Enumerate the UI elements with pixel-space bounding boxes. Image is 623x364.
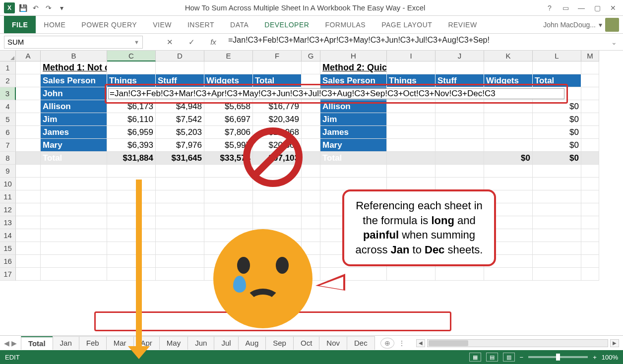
cell[interactable] [302,229,320,242]
tab-power-query[interactable]: POWER QUERY [73,16,145,33]
zoom-slider[interactable] [528,356,588,358]
cell[interactable] [107,178,156,190]
tab-view[interactable]: VIEW [145,16,180,33]
cell[interactable] [16,165,41,178]
insert-function-icon[interactable]: fx [204,36,222,49]
cell[interactable] [581,165,599,178]
cell[interactable] [387,152,436,165]
row-header-4[interactable]: 4 [0,100,16,113]
cell[interactable] [204,203,253,216]
person-name[interactable]: Mary [320,139,387,152]
cell[interactable]: Total [41,152,107,165]
cell[interactable]: Total [253,74,302,87]
row-header-17[interactable]: 17 [0,268,16,281]
sheet-tab-oct[interactable]: Oct [293,336,319,350]
cell[interactable]: $4,948 [156,100,204,113]
cell[interactable] [302,178,320,190]
tab-file[interactable]: FILE [4,16,36,33]
row-header-15[interactable]: 15 [0,242,16,255]
cell[interactable] [16,190,41,203]
cell[interactable] [107,190,156,203]
horizontal-scrollbar[interactable]: ◀ ▶ [416,339,619,347]
cell[interactable]: Widgets [484,74,533,87]
page-break-view-icon[interactable]: ▥ [503,353,515,362]
close-icon[interactable]: ✕ [607,3,619,13]
cell[interactable] [16,74,41,87]
cell[interactable] [41,268,107,281]
cell[interactable] [107,255,156,268]
cell[interactable] [16,100,41,113]
cell[interactable] [581,126,599,139]
cell[interactable]: $6,393 [107,139,156,152]
sheet-tab-aug[interactable]: Aug [238,336,266,350]
tab-data[interactable]: DATA [222,16,256,33]
cell[interactable]: $5,658 [204,100,253,113]
cell[interactable]: Total [533,74,581,87]
cell[interactable] [581,152,599,165]
cell[interactable] [16,139,41,152]
cell[interactable] [302,100,320,113]
method2-title[interactable]: Method 2: Quick and easy [320,61,387,74]
column-header-M[interactable]: M [581,51,599,61]
row-header-3[interactable]: 3 [0,87,16,100]
cell[interactable] [156,268,204,281]
cell[interactable] [41,203,107,216]
qat-dropdown-icon[interactable]: ▾ [57,3,66,13]
cell[interactable] [204,61,253,74]
cell[interactable] [253,61,302,74]
cell[interactable]: $0 [533,152,581,165]
tab-nav-arrows[interactable]: ◀ ▶ [4,339,21,347]
save-icon[interactable]: 💾 [18,3,28,13]
row-total[interactable]: $0 [533,113,581,126]
row-total[interactable]: $0 [533,126,581,139]
tab-insert[interactable]: INSERT [180,16,222,33]
tab-review[interactable]: REVIEW [440,16,485,33]
cell[interactable]: Stuff [436,74,484,87]
scroll-left-button[interactable]: ◀ [416,339,425,347]
new-sheet-button[interactable]: ⊕ [380,338,394,349]
cell[interactable] [581,216,599,229]
cell[interactable] [581,268,599,281]
cell[interactable] [16,178,41,190]
row-header-5[interactable]: 5 [0,113,16,126]
page-layout-view-icon[interactable]: ▤ [486,353,498,362]
cell[interactable] [16,61,41,74]
cell[interactable] [484,139,533,152]
cell[interactable] [387,126,436,139]
row-total[interactable]: $0 [533,139,581,152]
expand-formula-bar-icon[interactable]: ⌄ [609,38,619,46]
cell[interactable] [107,268,156,281]
cell[interactable] [156,255,204,268]
sheet-tab-sep[interactable]: Sep [265,336,294,350]
cell[interactable] [156,61,204,74]
cell[interactable] [16,87,41,100]
cell[interactable] [581,87,599,100]
row-header-16[interactable]: 16 [0,255,16,268]
row-header-7[interactable]: 7 [0,139,16,152]
cell[interactable]: $7,976 [156,139,204,152]
cell[interactable] [320,165,387,178]
cell[interactable] [302,216,320,229]
cell[interactable] [533,61,581,74]
cell[interactable] [253,190,302,203]
formula-input[interactable]: =Jan!C3+Feb!C3+Mar!C3+Apr!C3+May!C3+Jun!… [226,36,605,49]
ribbon-display-icon[interactable]: ▭ [560,3,571,13]
cell[interactable] [156,190,204,203]
cell[interactable] [581,229,599,242]
cell[interactable] [581,255,599,268]
column-header-D[interactable]: D [156,51,204,61]
name-box[interactable]: SUM ▼ [4,36,143,49]
cell[interactable] [533,190,581,203]
cell[interactable] [484,61,533,74]
sheet-tab-feb[interactable]: Feb [79,336,107,350]
cell[interactable] [387,165,436,178]
cell[interactable] [156,178,204,190]
help-icon[interactable]: ? [544,3,556,13]
cell[interactable] [16,242,41,255]
row-header-14[interactable]: 14 [0,229,16,242]
cell[interactable] [484,268,533,281]
cell[interactable] [436,178,484,190]
cell[interactable] [533,165,581,178]
cell[interactable] [16,255,41,268]
maximize-icon[interactable]: ▢ [591,3,603,13]
